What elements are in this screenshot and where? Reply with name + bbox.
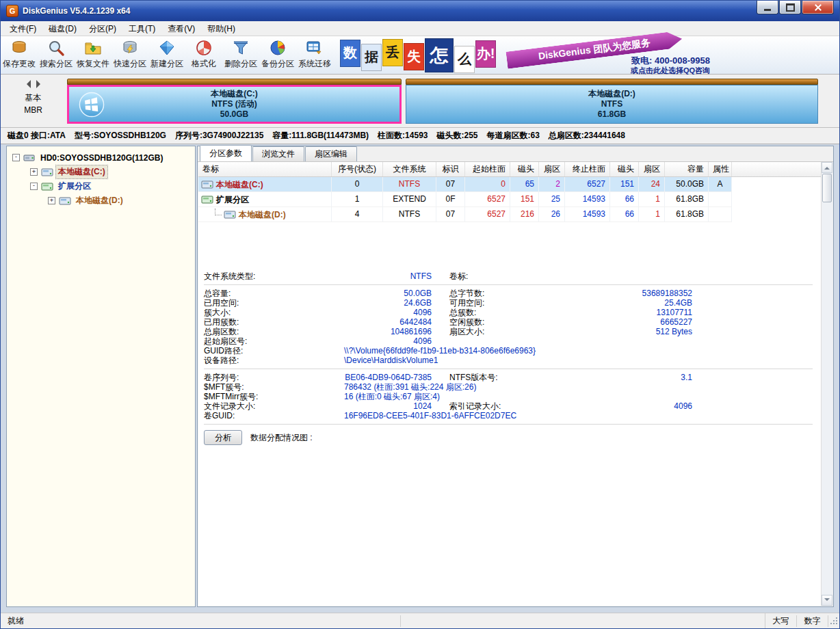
resize-grip[interactable] [828, 615, 839, 626]
detail-label: 扇区大小: [449, 326, 590, 338]
tree-item[interactable]: -扩展分区 [7, 179, 195, 193]
ad-tile[interactable]: 据 [361, 44, 382, 71]
vertical-scrollbar[interactable] [821, 162, 832, 606]
column-header[interactable]: 终止柱面 [565, 162, 610, 176]
menu-item[interactable]: 帮助(H) [201, 21, 241, 36]
collapse-icon[interactable]: - [30, 183, 38, 190]
status-caps-lock: 大写 [765, 615, 797, 627]
minimize-button[interactable] [757, 1, 778, 14]
table-row[interactable]: 本地磁盘(D:)4NTFS076527216261459366161.8GB [198, 207, 732, 222]
funnel-icon [232, 39, 250, 57]
partition-type-band [67, 79, 402, 85]
expand-icon[interactable]: + [30, 168, 38, 176]
table-cell: 2 [539, 177, 565, 191]
toolbar-format[interactable]: 格式化 [185, 36, 222, 74]
scroll-up-icon[interactable] [822, 162, 832, 173]
tab-bar: 分区参数浏览文件扇区编辑 [198, 146, 833, 162]
extended-partition-icon [201, 195, 213, 204]
scroll-right-icon[interactable] [36, 80, 40, 88]
toolbar-backup-partition[interactable]: 备份分区 [259, 36, 296, 74]
column-header[interactable]: 起始柱面 [465, 162, 510, 176]
detail-value: 25.4GB [590, 298, 692, 308]
column-header[interactable]: 文件系统 [383, 162, 436, 176]
column-header[interactable]: 标识 [436, 162, 465, 176]
table-cell: 66 [610, 192, 639, 206]
column-header[interactable]: 磁头 [510, 162, 539, 176]
column-header[interactable]: 磁头 [610, 162, 639, 176]
toolbar-quick-partition[interactable]: 快速分区 [111, 36, 148, 74]
detail-value: 4096 [344, 336, 432, 346]
table-cell: 6527 [465, 207, 510, 222]
detail-value: 50.0GB [344, 289, 432, 298]
table-cell: 0F [436, 192, 465, 206]
detail-value: \\?\Volume{66fdd9fe-f1b9-11eb-b314-806e6… [344, 346, 536, 356]
column-header[interactable]: 容量 [665, 162, 709, 176]
ad-tile[interactable]: 怎 [425, 38, 454, 72]
table-cell: 1 [639, 192, 665, 206]
toolbar-recover-files[interactable]: 恢复文件 [75, 36, 111, 74]
details-pane: 文件系统类型:NTFS卷标: 总容量:50.0GB总字节数:5368918835… [204, 271, 813, 445]
app-logo-icon: G [6, 5, 18, 17]
tree-item[interactable]: +本地磁盘(C:) [7, 165, 195, 179]
menu-item[interactable]: 查看(V) [161, 21, 201, 36]
toolbar-system-migrate[interactable]: 系统迁移 [296, 36, 333, 74]
expand-icon[interactable]: + [48, 197, 55, 204]
title-bar[interactable]: G DiskGenius V5.4.2.1239 x64 [1, 1, 839, 21]
divider [204, 424, 813, 425]
column-header[interactable]: 属性 [709, 162, 732, 176]
menu-item[interactable]: 工具(T) [122, 21, 161, 36]
toolbar-button-label: 恢复文件 [77, 58, 109, 70]
column-header[interactable]: 扇区 [639, 162, 665, 176]
pie-chart-icon [269, 39, 287, 57]
ad-tile[interactable]: 失 [404, 43, 424, 70]
table-row[interactable]: 扩展分区1EXTEND0F6527151251459366161.8GB [198, 192, 732, 207]
toolbar-search-partition[interactable]: 搜索分区 [38, 36, 75, 74]
scroll-down-icon[interactable] [822, 595, 832, 606]
tab-扇区编辑[interactable]: 扇区编辑 [305, 146, 357, 161]
ad-tile[interactable]: 么 [454, 46, 475, 73]
disk-lightning-icon [121, 39, 139, 57]
tab-浏览文件[interactable]: 浏览文件 [252, 146, 304, 161]
minimize-icon [764, 9, 771, 11]
menu-item[interactable]: 文件(F) [3, 21, 42, 36]
partition-block[interactable]: 本地磁盘(D:)NTFS61.8GB [406, 79, 818, 124]
ad-tile[interactable]: 丢 [382, 39, 403, 66]
detail-value: 16F96ED8-CEE5-401F-83D1-6AFFCE02D7EC [344, 411, 516, 420]
tree-item[interactable]: -HD0:SOYOSSDHB120G(112GB) [7, 150, 195, 165]
ad-tile[interactable]: 数 [340, 40, 360, 67]
detail-value: 24.6GB [344, 298, 432, 308]
partition-params-page: 卷标序号(状态)文件系统标识起始柱面磁头扇区终止柱面磁头扇区容量属性 本地磁盘(… [198, 162, 821, 606]
ad-tile[interactable]: 办! [475, 40, 496, 68]
tree-item-label: 本地磁盘(D:) [74, 194, 125, 207]
partition-icon [41, 168, 53, 177]
table-row[interactable]: 本地磁盘(C:)0NTFS07065265271512450.0GBA [198, 177, 732, 192]
detail-value: 53689188352 [590, 289, 692, 298]
tree-item[interactable]: +本地磁盘(D:) [7, 193, 195, 208]
menu-item[interactable]: 分区(P) [83, 21, 122, 36]
menu-item[interactable]: 磁盘(D) [42, 21, 83, 36]
diskgenius-window: G DiskGenius V5.4.2.1239 x64 文件(F)磁盘(D)分… [0, 0, 840, 629]
detail-value: 104861696 [344, 327, 432, 336]
scroll-left-icon[interactable] [27, 80, 31, 88]
scrollbar-thumb[interactable] [822, 174, 832, 202]
partition-block[interactable]: 本地磁盘(C:)NTFS (活动)50.0GB [67, 79, 402, 124]
toolbar-delete-partition[interactable]: 删除分区 [222, 36, 259, 74]
analyze-button[interactable]: 分析 [204, 430, 242, 445]
tab-分区参数[interactable]: 分区参数 [200, 145, 252, 161]
maximize-button[interactable] [779, 1, 801, 14]
folder-recover-icon [84, 39, 102, 57]
column-header[interactable]: 卷标 [198, 162, 332, 176]
magnifier-icon [47, 39, 65, 57]
collapse-icon[interactable]: - [12, 154, 20, 161]
table-body: 本地磁盘(C:)0NTFS07065265271512450.0GBA扩展分区1… [198, 177, 821, 222]
close-button[interactable] [802, 1, 834, 14]
table-cell: 14593 [565, 192, 610, 206]
right-panel: 分区参数浏览文件扇区编辑 卷标序号(状态)文件系统标识起始柱面磁头扇区终止柱面磁… [197, 146, 834, 607]
column-header[interactable]: 扇区 [539, 162, 565, 176]
format-disc-icon [195, 39, 213, 57]
ad-banner[interactable]: 数据丢失怎么办! DiskGenius 团队为您服务 致电: 400-008-9… [340, 36, 711, 74]
detail-value: 13107711 [590, 308, 692, 317]
column-header[interactable]: 序号(状态) [332, 162, 383, 176]
toolbar-new-partition[interactable]: 新建分区 [148, 36, 185, 74]
toolbar-save-changes[interactable]: 保存更改 [1, 36, 38, 74]
